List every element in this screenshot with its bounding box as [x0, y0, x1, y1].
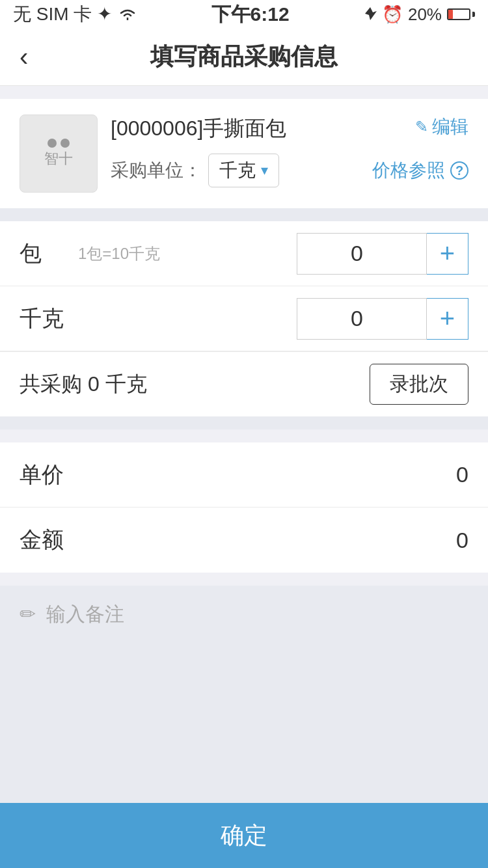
- summary-row: 共采购 0 千克 录批次: [0, 351, 488, 416]
- kg-label: 千克: [20, 304, 72, 334]
- summary-unit: 千克: [105, 372, 147, 396]
- product-card: 智十 [0000006]手撕面包 ✎ 编辑 采购单位： 千克 ▾ 价格参照 ?: [0, 99, 488, 208]
- amount-value: 0: [456, 528, 468, 553]
- note-placeholder: 输入备注: [46, 601, 124, 628]
- edit-label: 编辑: [432, 115, 468, 139]
- product-logo: 智十: [44, 139, 73, 169]
- bao-label: 包: [20, 239, 72, 269]
- price-ref-button[interactable]: 价格参照 ?: [372, 158, 468, 183]
- bao-row: 包 1包=10千克 +: [0, 221, 488, 286]
- bao-plus-button[interactable]: +: [427, 233, 468, 275]
- bao-input-section: 包 1包=10千克 + 千克 +: [0, 221, 488, 351]
- wifi-icon: [118, 4, 137, 25]
- unit-value: 千克: [219, 158, 256, 183]
- kg-row: 千克 +: [0, 286, 488, 351]
- sim-status: 无 SIM 卡 ✦: [13, 2, 112, 27]
- alarm-icon: ⏰: [382, 5, 403, 25]
- page-title: 填写商品采购信息: [150, 41, 338, 73]
- bao-input-wrapper: +: [297, 233, 468, 275]
- batch-button[interactable]: 录批次: [370, 364, 468, 405]
- kg-input-wrapper: +: [297, 298, 468, 340]
- status-bar: 无 SIM 卡 ✦ 下午6:12 ⏰ 20%: [0, 0, 488, 29]
- product-info: [0000006]手撕面包 ✎ 编辑 采购单位： 千克 ▾ 价格参照 ?: [111, 115, 468, 187]
- summary-prefix: 共采购: [20, 372, 82, 396]
- section-divider-1: [0, 208, 488, 221]
- edit-button[interactable]: ✎ 编辑: [415, 115, 468, 139]
- confirm-btn-wrapper: 确定: [0, 803, 488, 868]
- price-ref-label: 价格参照: [372, 158, 445, 183]
- chevron-down-icon: ▾: [261, 162, 268, 179]
- unit-label: 采购单位：: [111, 158, 202, 183]
- battery-percent: 20%: [408, 5, 442, 25]
- amount-row: 金额 0: [0, 508, 488, 573]
- status-left: 无 SIM 卡 ✦: [13, 2, 137, 27]
- bao-sublabel: 1包=10千克: [78, 243, 297, 264]
- edit-icon: ✎: [415, 118, 428, 136]
- unit-price-value: 0: [456, 462, 468, 487]
- battery-icon: [447, 8, 475, 20]
- kg-plus-button[interactable]: +: [427, 298, 468, 340]
- unit-selector[interactable]: 千克 ▾: [208, 154, 279, 187]
- location-icon: [364, 5, 377, 25]
- pencil-icon: ✏: [20, 603, 36, 625]
- summary-text: 共采购 0 千克: [20, 370, 147, 399]
- kg-input[interactable]: [297, 298, 427, 340]
- bao-input[interactable]: [297, 233, 427, 275]
- product-name: [0000006]手撕面包: [111, 115, 286, 143]
- section-divider-2: [0, 416, 488, 429]
- amount-label: 金额: [20, 525, 64, 555]
- back-button[interactable]: ‹: [13, 36, 34, 78]
- nav-bar: ‹ 填写商品采购信息: [0, 29, 488, 86]
- info-icon: ?: [450, 161, 468, 180]
- status-time: 下午6:12: [211, 1, 290, 28]
- summary-value: 0: [88, 372, 100, 396]
- product-image: 智十: [20, 115, 98, 193]
- unit-price-row: 单价 0: [0, 442, 488, 508]
- status-right: ⏰ 20%: [364, 5, 475, 25]
- unit-price-label: 单价: [20, 460, 64, 490]
- price-section: 单价 0 金额 0: [0, 442, 488, 573]
- confirm-button[interactable]: 确定: [0, 803, 488, 868]
